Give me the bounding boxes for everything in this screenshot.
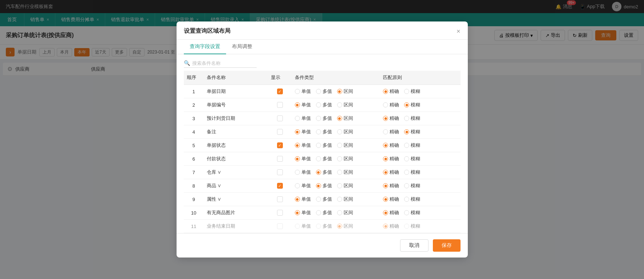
dialog-tab-fields[interactable]: 查询字段设置 [184,40,226,54]
type-radio-单值[interactable]: 单值 [295,129,311,135]
radio-dot [383,116,388,121]
type-radio-多值[interactable]: 多值 [316,182,332,189]
match-radio-模糊[interactable]: 模糊 [404,182,420,189]
radio-dot [316,89,321,94]
row-display-toggle[interactable] [268,125,292,139]
radio-label: 多值 [323,156,332,162]
display-checkbox[interactable] [277,183,283,189]
display-checkbox[interactable] [277,210,283,216]
match-radio-精确[interactable]: 精确 [383,182,399,189]
type-radio-多值[interactable]: 多值 [316,129,332,135]
match-radio-精确[interactable]: 精确 [383,209,399,216]
row-display-toggle[interactable] [268,206,292,220]
type-radio-多值[interactable]: 多值 [316,223,332,229]
type-radio-多值[interactable]: 多值 [316,142,332,149]
radio-dot [295,170,300,175]
row-display-toggle[interactable] [268,179,292,193]
match-radio-精确[interactable]: 精确 [383,115,399,122]
type-radio-单值[interactable]: 单值 [295,196,311,203]
dialog-table-row: 5单据状态单值多值区间精确模糊 [184,139,461,152]
display-checkbox[interactable] [277,102,283,108]
type-radio-单值[interactable]: 单值 [295,169,311,176]
match-radio-精确[interactable]: 精确 [383,223,399,229]
row-display-toggle[interactable] [268,166,292,179]
type-radio-多值[interactable]: 多值 [316,115,332,122]
type-radio-多值[interactable]: 多值 [316,196,332,203]
dialog-close-button[interactable]: × [457,28,461,35]
display-checkbox[interactable] [277,129,283,135]
match-radio-精确[interactable]: 精确 [383,169,399,176]
match-radio-模糊[interactable]: 模糊 [404,142,420,149]
radio-dot [316,183,321,188]
display-checkbox[interactable] [277,115,283,121]
dialog-table-row: 11业务结束日期单值多值区间精确模糊 [184,220,461,233]
match-radio-精确[interactable]: 精确 [383,142,399,149]
match-radio-模糊[interactable]: 模糊 [404,169,420,176]
row-display-toggle[interactable] [268,112,292,125]
match-radio-模糊[interactable]: 模糊 [404,115,420,122]
display-checkbox[interactable] [277,196,283,202]
radio-label: 多值 [323,223,332,229]
row-display-toggle[interactable] [268,220,292,233]
cancel-button[interactable]: 取消 [400,239,428,252]
dialog-tab-layout[interactable]: 布局调整 [226,40,258,54]
row-display-toggle[interactable] [268,193,292,206]
match-radio-模糊[interactable]: 模糊 [404,102,420,108]
display-checkbox[interactable] [277,169,283,175]
row-display-toggle[interactable] [268,85,292,98]
display-checkbox[interactable] [277,156,283,162]
save-button[interactable]: 保存 [433,239,461,252]
type-radio-区间[interactable]: 区间 [337,196,353,203]
type-radio-单值[interactable]: 单值 [295,88,311,95]
type-radio-多值[interactable]: 多值 [316,169,332,176]
type-radio-多值[interactable]: 多值 [316,88,332,95]
type-radio-单值[interactable]: 单值 [295,182,311,189]
type-radio-区间[interactable]: 区间 [337,156,353,162]
match-radio-模糊[interactable]: 模糊 [404,88,420,95]
match-radio-精确[interactable]: 精确 [383,88,399,95]
type-radio-区间[interactable]: 区间 [337,142,353,149]
type-radio-区间[interactable]: 区间 [337,115,353,122]
match-radio-模糊[interactable]: 模糊 [404,156,420,162]
radio-label: 多值 [323,209,332,216]
search-input[interactable] [192,60,250,66]
radio-label: 区间 [344,223,353,229]
display-checkbox[interactable] [277,223,283,229]
type-radio-区间[interactable]: 区间 [337,209,353,216]
row-display-toggle[interactable] [268,152,292,166]
display-checkbox[interactable] [277,142,283,148]
type-radio-单值[interactable]: 单值 [295,156,311,162]
match-radio-模糊[interactable]: 模糊 [404,209,420,216]
type-radio-单值[interactable]: 单值 [295,142,311,149]
match-radio-精确[interactable]: 精确 [383,196,399,203]
type-radio-单值[interactable]: 单值 [295,102,311,108]
row-condition-name: 预计到货日期 [204,112,268,125]
type-radio-单值[interactable]: 单值 [295,209,311,216]
display-checkbox[interactable] [277,89,283,94]
type-radio-多值[interactable]: 多值 [316,102,332,108]
radio-label: 精确 [390,169,399,176]
row-display-toggle[interactable] [268,139,292,152]
match-radio-模糊[interactable]: 模糊 [404,196,420,203]
match-radio-精确[interactable]: 精确 [383,102,399,108]
match-radio-精确[interactable]: 精确 [383,156,399,162]
type-radio-区间[interactable]: 区间 [337,102,353,108]
type-radio-区间[interactable]: 区间 [337,88,353,95]
radio-dot [383,129,388,134]
type-radio-单值[interactable]: 单值 [295,223,311,229]
radio-label: 单值 [301,169,311,176]
match-radio-模糊[interactable]: 模糊 [404,223,420,229]
type-radio-单值[interactable]: 单值 [295,115,311,122]
type-radio-区间[interactable]: 区间 [337,223,353,229]
row-display-toggle[interactable] [268,98,292,112]
type-radio-多值[interactable]: 多值 [316,156,332,162]
type-radio-区间[interactable]: 区间 [337,169,353,176]
type-radio-区间[interactable]: 区间 [337,182,353,189]
radio-dot [337,210,342,215]
match-radio-精确[interactable]: 精确 [383,129,399,135]
type-radio-区间[interactable]: 区间 [337,129,353,135]
radio-label: 多值 [323,115,332,122]
type-radio-多值[interactable]: 多值 [316,209,332,216]
row-type-options: 单值多值区间 [292,193,380,206]
match-radio-模糊[interactable]: 模糊 [404,129,420,135]
